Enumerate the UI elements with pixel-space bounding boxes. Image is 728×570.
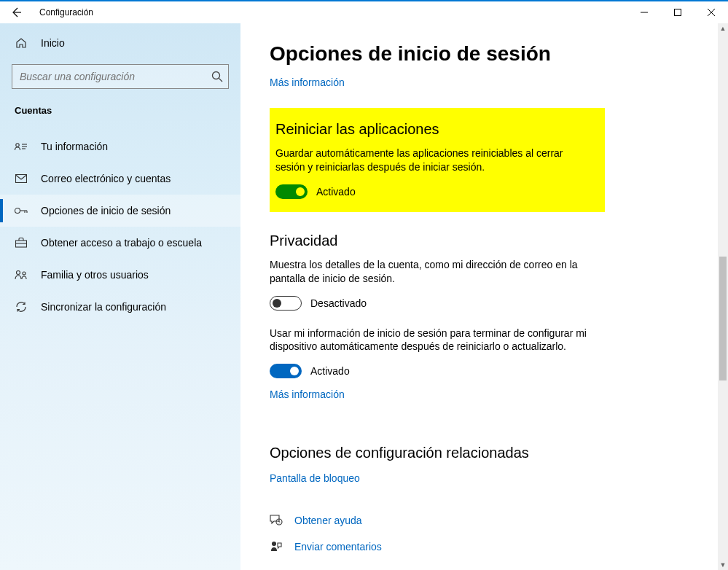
get-help-link[interactable]: Obtener ayuda [294, 515, 362, 526]
sidebar-item-your-info[interactable]: Tu información [0, 130, 240, 163]
nav-list: Tu información Correo electrónico y cuen… [0, 130, 240, 323]
sync-icon [15, 300, 28, 313]
search-icon [211, 71, 223, 82]
minimize-button[interactable] [627, 1, 661, 23]
lock-screen-link[interactable]: Pantalla de bloqueo [270, 472, 360, 484]
titlebar-left: Configuración [0, 1, 627, 23]
svg-point-19 [23, 272, 26, 275]
sidebar-item-label: Familia y otros usuarios [41, 269, 149, 281]
privacy-toggle-2-label: Activado [310, 365, 350, 377]
privacy-desc-1: Muestra los detalles de la cuenta, como … [270, 258, 590, 286]
feedback-icon [270, 540, 283, 553]
window-title: Configuración [39, 7, 93, 17]
scroll-down-arrow-icon[interactable]: ▼ [718, 560, 728, 570]
search-wrap [12, 64, 229, 89]
sidebar: Inicio Cuentas Tu información Correo ele… [0, 23, 240, 570]
svg-line-6 [219, 79, 223, 82]
restart-apps-toggle-label: Activado [316, 186, 356, 198]
related-heading: Opciones de configuración relacionadas [270, 445, 699, 461]
back-button[interactable] [9, 5, 23, 20]
titlebar: Configuración [0, 0, 728, 23]
sidebar-item-family[interactable]: Familia y otros usuarios [0, 259, 240, 291]
sidebar-section-title: Cuentas [0, 99, 240, 123]
more-info-link[interactable]: Más información [270, 77, 345, 88]
svg-point-12 [15, 208, 20, 214]
briefcase-icon [15, 236, 28, 249]
privacy-section: Privacidad Muestra los detalles de la cu… [270, 233, 605, 402]
sidebar-item-label: Sincronizar la configuración [41, 301, 166, 313]
feedback-link[interactable]: Enviar comentarios [294, 541, 382, 553]
search-input[interactable] [12, 64, 229, 89]
privacy-more-info-link[interactable]: Más información [270, 389, 345, 400]
arrow-left-icon [10, 7, 22, 18]
sidebar-item-work-school[interactable]: Obtener acceso a trabajo o escuela [0, 227, 240, 259]
privacy-desc-2: Usar mi información de inicio de sesión … [270, 327, 590, 354]
restart-apps-toggle[interactable] [275, 184, 308, 199]
toggle-knob [290, 367, 299, 375]
privacy-toggle-1[interactable] [270, 296, 302, 311]
restart-apps-desc: Guardar automáticamente las aplicaciones… [275, 147, 593, 174]
sidebar-item-label: Obtener acceso a trabajo o escuela [41, 237, 202, 249]
sidebar-item-email-accounts[interactable]: Correo electrónico y cuentas [0, 163, 240, 195]
svg-rect-2 [675, 9, 681, 16]
window-controls [627, 1, 728, 23]
maximize-icon [674, 9, 681, 16]
maximize-button[interactable] [661, 1, 694, 23]
body-area: Inicio Cuentas Tu información Correo ele… [0, 23, 728, 570]
privacy-heading: Privacidad [270, 233, 605, 249]
scroll-up-arrow-icon[interactable]: ▲ [718, 23, 728, 34]
privacy-toggle-1-label: Desactivado [310, 297, 367, 309]
svg-point-22 [273, 542, 276, 546]
key-icon [15, 204, 28, 217]
home-nav[interactable]: Inicio [0, 29, 240, 57]
get-help-row[interactable]: ? Obtener ayuda [270, 514, 699, 527]
privacy-toggle-2[interactable] [270, 364, 302, 378]
mail-icon [15, 172, 28, 185]
sidebar-item-label: Tu información [41, 141, 108, 152]
svg-point-18 [17, 271, 20, 275]
svg-point-7 [16, 144, 19, 147]
page-title: Opciones de inicio de sesión [270, 42, 699, 66]
restart-apps-toggle-row: Activado [275, 184, 593, 199]
scrollbar[interactable]: ▲ ▼ [718, 23, 728, 570]
sidebar-item-signin-options[interactable]: Opciones de inicio de sesión [0, 195, 240, 227]
toggle-knob [273, 299, 281, 308]
privacy-toggle-1-row: Desactivado [270, 296, 605, 311]
home-label: Inicio [41, 37, 65, 49]
sidebar-item-label: Correo electrónico y cuentas [41, 173, 171, 184]
home-icon [15, 36, 28, 50]
close-icon [708, 9, 715, 16]
help-chat-icon: ? [270, 514, 283, 527]
feedback-row[interactable]: Enviar comentarios [270, 540, 699, 553]
people-icon [15, 268, 28, 281]
person-card-icon [15, 140, 28, 153]
svg-text:?: ? [278, 520, 281, 525]
sidebar-item-label: Opciones de inicio de sesión [41, 205, 171, 216]
scrollbar-thumb[interactable] [719, 257, 727, 380]
svg-point-5 [213, 72, 220, 79]
privacy-toggle-2-row: Activado [270, 364, 605, 378]
sidebar-item-sync[interactable]: Sincronizar la configuración [0, 291, 240, 323]
close-button[interactable] [694, 1, 728, 23]
restart-apps-heading: Reiniciar las aplicaciones [275, 121, 593, 138]
restart-apps-section: Reiniciar las aplicaciones Guardar autom… [270, 108, 605, 212]
minimize-icon [641, 9, 648, 16]
main-content: Opciones de inicio de sesión Más informa… [240, 23, 728, 570]
toggle-knob [296, 187, 305, 196]
